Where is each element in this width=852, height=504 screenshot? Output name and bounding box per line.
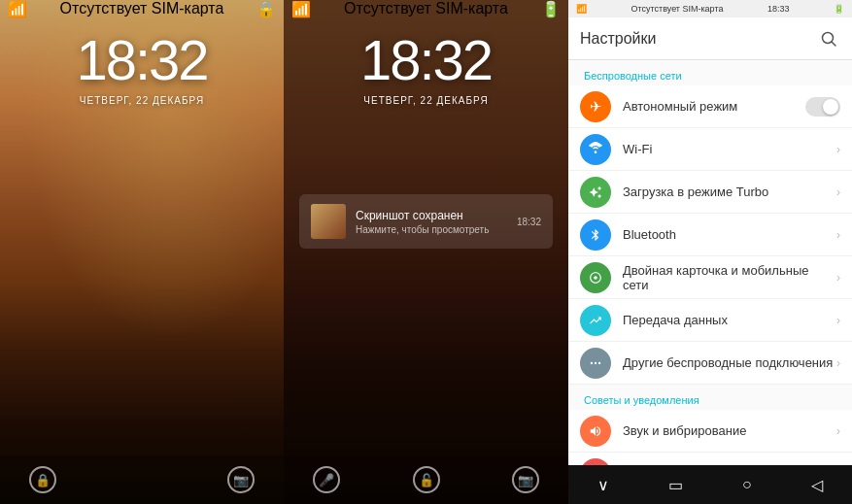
settings-panel: 📶 Отсутствует SIM-карта 18:33 🔋 Настройк… [568, 0, 852, 504]
lock-battery-icon: 🔒 [256, 0, 276, 18]
notification-icon [580, 458, 611, 466]
sound-icon [580, 416, 611, 447]
svg-point-2 [591, 361, 593, 363]
search-icon[interactable] [817, 27, 840, 50]
airplane-toggle[interactable] [805, 97, 840, 117]
turbo-arrow: › [836, 185, 840, 199]
data-label: Передача данных [623, 313, 836, 327]
settings-time: 18:33 [767, 4, 790, 14]
settings-header: Настройки [568, 17, 852, 60]
settings-item-wifi[interactable]: Wi-Fi › [568, 128, 852, 171]
turbo-label: Загрузка в режиме Turbo [623, 185, 836, 199]
notif-signal-icon: 📶 [291, 0, 311, 18]
settings-item-more-wireless[interactable]: Другие беспроводные подключения › [568, 342, 852, 385]
notif-bottom-bar: 🎤 🔓 📷 [284, 455, 568, 504]
wifi-label: Wi-Fi [623, 142, 836, 156]
left-lock-screen: 📶 Отсутствует SIM-карта 🔒 18:32 ЧЕТВЕРГ,… [0, 0, 284, 504]
nav-back-button[interactable]: ◁ [803, 468, 831, 502]
airplane-label: Автономный режим [623, 99, 805, 114]
nav-home-button[interactable]: ○ [734, 468, 760, 501]
lock-status-text: Отсутствует SIM-карта [60, 0, 224, 17]
bluetooth-icon [580, 219, 611, 251]
notif-date: ЧЕТВЕРГ, 22 ДЕКАБРЯ [284, 95, 568, 106]
notif-thumbnail [311, 204, 346, 239]
bluetooth-label: Bluetooth [623, 227, 836, 242]
settings-item-sim[interactable]: Двойная карточка и мобильные сети › [568, 256, 852, 299]
notif-icon-mic[interactable]: 🎤 [313, 466, 340, 493]
wifi-icon [580, 134, 611, 165]
sim-label: Двойная карточка и мобильные сети [623, 263, 836, 292]
notif-time: 18:32 [284, 27, 568, 92]
section-header-wireless: Беспроводные сети [568, 60, 852, 85]
lock-status-bar: 📶 Отсутствует SIM-карта 🔒 [0, 0, 284, 17]
data-arrow: › [836, 314, 840, 327]
notif-status-bar: 📶 Отсутствует SIM-карта 🔋 [284, 0, 568, 17]
notification-screen: 📶 Отсутствует SIM-карта 🔋 18:32 ЧЕТВЕРГ,… [284, 0, 568, 504]
more-wireless-label: Другие беспроводные подключения [623, 355, 836, 370]
settings-status-text: Отсутствует SIM-карта [631, 4, 724, 14]
notif-icon-unlock[interactable]: 🔓 [413, 466, 440, 493]
notif-title: Скриншот сохранен [356, 209, 507, 222]
notif-subtitle: Нажмите, чтобы просмотреть [356, 224, 507, 235]
sim-arrow: › [836, 271, 840, 285]
lock-icon-left[interactable]: 🔒 [29, 466, 56, 493]
lock-signal-icon: 📶 [8, 0, 27, 18]
settings-item-turbo[interactable]: Загрузка в режиме Turbo › [568, 171, 852, 214]
more-wireless-arrow: › [836, 356, 840, 370]
svg-line-1 [832, 42, 835, 46]
lock-icon-right[interactable]: 📷 [227, 466, 255, 493]
settings-item-sound[interactable]: Звук и вибрирование › [568, 410, 852, 453]
settings-battery: 🔋 [834, 4, 844, 14]
notif-icon-camera[interactable]: 📷 [512, 466, 539, 493]
lock-time: 18:32 [0, 27, 284, 92]
section-header-notifications: Советы и уведомления [568, 385, 852, 410]
nav-back-chevron[interactable]: ∨ [590, 468, 617, 502]
sound-arrow: › [836, 424, 840, 438]
more-wireless-icon [580, 348, 611, 379]
settings-item-data[interactable]: Передача данных › [568, 299, 852, 342]
sim-icon [580, 262, 611, 293]
notification-card[interactable]: Скриншот сохранен Нажмите, чтобы просмот… [299, 194, 553, 249]
settings-item-bluetooth[interactable]: Bluetooth › [568, 214, 852, 256]
turbo-icon [580, 177, 611, 208]
notif-time-badge: 18:32 [517, 217, 541, 227]
data-icon [580, 305, 611, 336]
settings-scroll: Беспроводные сети ✈ Автономный режим Wi-… [568, 60, 852, 465]
lock-date: ЧЕТВЕРГ, 22 ДЕКАБРЯ [0, 95, 284, 106]
notif-content: Скриншот сохранен Нажмите, чтобы просмот… [356, 209, 507, 235]
airplane-icon: ✈ [580, 91, 611, 122]
settings-item-notification[interactable]: Уведомление и строка состояния › [568, 453, 852, 465]
settings-item-airplane[interactable]: ✈ Автономный режим [568, 85, 852, 128]
sound-label: Звук и вибрирование [623, 423, 836, 438]
navigation-bar: ∨ ▭ ○ ◁ [568, 465, 852, 504]
settings-signal-icon: 📶 [576, 4, 587, 14]
notif-status-text: Отсутствует SIM-карта [344, 0, 508, 17]
svg-point-3 [595, 361, 596, 363]
lock-bottom-bar: 🔒 📷 [0, 455, 284, 504]
svg-point-4 [598, 361, 600, 363]
bluetooth-arrow: › [836, 228, 840, 242]
notif-battery-icon: 🔋 [541, 0, 561, 18]
wifi-arrow: › [836, 143, 840, 156]
nav-recents-button[interactable]: ▭ [661, 468, 691, 502]
settings-title: Настройки [580, 30, 656, 48]
settings-status-bar: 📶 Отсутствует SIM-карта 18:33 🔋 [568, 0, 852, 17]
